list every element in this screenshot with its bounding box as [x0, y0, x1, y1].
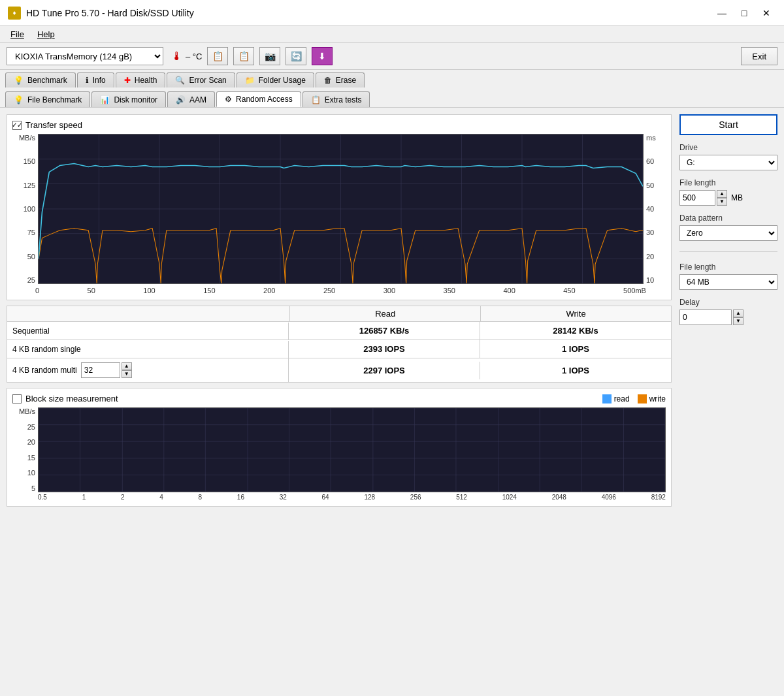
- file-length-spinner: ▲ ▼ MB: [679, 190, 777, 206]
- temperature-display: 🌡 – °C: [171, 50, 202, 63]
- delay-buttons: ▲ ▼: [733, 309, 743, 325]
- maximize-button[interactable]: □: [734, 5, 754, 21]
- delay-up[interactable]: ▲: [733, 309, 743, 317]
- bx-2048: 2048: [552, 494, 566, 501]
- filebenchmark-icon: 💡: [14, 95, 24, 104]
- y-right-10: 10: [646, 276, 666, 284]
- bx-128: 128: [364, 494, 375, 501]
- results-4kb-single-write: 1 IOPS: [480, 340, 671, 358]
- file-length-section: File length ▲ ▼ MB: [679, 178, 777, 206]
- tab-benchmark[interactable]: 💡 Benchmark: [5, 72, 76, 87]
- tab-errorscan[interactable]: 🔍 Error Scan: [167, 72, 235, 87]
- results-sequential-read: 126857 KB/s: [289, 322, 480, 340]
- transfer-speed-label: Transfer speed: [25, 120, 82, 130]
- tab-erase[interactable]: 🗑 Erase: [316, 72, 365, 87]
- block-y-15: 15: [12, 454, 35, 462]
- delay-label: Delay: [679, 298, 777, 307]
- bx-1: 1: [82, 494, 86, 501]
- multi-spinner-input[interactable]: [81, 362, 120, 378]
- bx-8: 8: [199, 494, 203, 501]
- tab-aam-label: AAM: [189, 95, 206, 104]
- tab-container: 💡 Benchmark ℹ Info ✚ Health 🔍 Error Scan…: [0, 70, 784, 108]
- extratests-icon: 📋: [311, 95, 321, 104]
- results-4kb-multi-read: 2297 IOPS: [289, 362, 480, 379]
- y-left-25: 25: [12, 276, 35, 284]
- bx-0.5: 0.5: [38, 494, 47, 501]
- results-4kb-single-read: 2393 IOPS: [289, 340, 480, 358]
- results-4kb-single-row: 4 KB random single 2393 IOPS 1 IOPS: [7, 340, 671, 358]
- tab-folderusage[interactable]: 📁 Folder Usage: [237, 72, 314, 87]
- exit-button[interactable]: Exit: [741, 47, 777, 65]
- tab-randomaccess[interactable]: ⚙ Random Access: [216, 91, 301, 107]
- copy-btn-2[interactable]: 📋: [233, 47, 254, 65]
- temperature-value: – °C: [186, 52, 202, 61]
- drive-dropdown[interactable]: KIOXIA TransMemory (124 gB): [7, 47, 163, 65]
- minimize-button[interactable]: —: [712, 5, 732, 21]
- x-label-50: 50: [88, 287, 95, 294]
- tab-row-1: 💡 Benchmark ℹ Info ✚ Health 🔍 Error Scan…: [5, 70, 779, 87]
- x-label-400: 400: [503, 287, 515, 294]
- legend-read-label: read: [614, 394, 630, 403]
- y-left-50: 50: [12, 253, 35, 261]
- transfer-speed-checkbox[interactable]: ✓: [12, 121, 22, 130]
- right-panel: Start Drive G: File length ▲ ▼ MB Data p…: [679, 114, 777, 507]
- x-label-150: 150: [203, 287, 215, 294]
- drive-label: Drive: [679, 143, 777, 152]
- camera-btn[interactable]: 📷: [259, 47, 280, 65]
- delay-down[interactable]: ▼: [733, 317, 743, 325]
- y-left-150: 150: [12, 157, 35, 165]
- file-length-dropdown-2[interactable]: 64 MB: [679, 274, 777, 290]
- results-header-row: Read Write: [7, 306, 671, 322]
- drive-letter-dropdown[interactable]: G:: [679, 155, 777, 170]
- delay-input[interactable]: [679, 309, 732, 325]
- tab-folderusage-label: Folder Usage: [259, 76, 306, 85]
- file-length-input[interactable]: [679, 190, 715, 206]
- download-btn[interactable]: ⬇: [312, 47, 333, 65]
- file-length-up[interactable]: ▲: [717, 190, 727, 198]
- y-left-label-mbs: MB/s: [12, 134, 35, 142]
- delay-spinner: ▲ ▼: [679, 309, 777, 325]
- main-content: ✓ Transfer speed MB/s 150 125 100 75 50 …: [0, 108, 784, 513]
- delay-section: Delay ▲ ▼: [679, 298, 777, 325]
- block-y-10: 10: [12, 469, 35, 477]
- x-label-300: 300: [384, 287, 395, 294]
- thermometer-icon: 🌡: [171, 50, 183, 63]
- multi-spinner-down[interactable]: ▼: [122, 370, 132, 378]
- help-menu[interactable]: Help: [32, 27, 60, 41]
- tab-extratests[interactable]: 📋 Extra tests: [302, 91, 370, 107]
- y-left-125: 125: [12, 182, 35, 189]
- tab-info[interactable]: ℹ Info: [77, 72, 114, 87]
- file-length-down[interactable]: ▼: [717, 198, 727, 206]
- tab-diskmonitor[interactable]: 📊 Disk monitor: [91, 91, 166, 107]
- drive-section: Drive G:: [679, 143, 777, 170]
- tab-health[interactable]: ✚ Health: [116, 72, 166, 87]
- transfer-chart-area: [38, 134, 644, 284]
- tab-errorscan-label: Error Scan: [189, 76, 226, 85]
- erase-icon: 🗑: [324, 76, 332, 85]
- refresh-btn[interactable]: 🔄: [286, 47, 306, 65]
- transfer-chart-outer: MB/s 150 125 100 75 50 25: [12, 134, 666, 284]
- bx-4096: 4096: [602, 494, 616, 501]
- close-button[interactable]: ✕: [757, 5, 776, 21]
- tab-health-label: Health: [135, 76, 157, 85]
- legend-read-color: [602, 394, 612, 403]
- y-axis-left: MB/s 150 125 100 75 50 25: [12, 134, 35, 284]
- block-size-checkbox[interactable]: [12, 394, 22, 403]
- tab-aam[interactable]: 🔊 AAM: [167, 91, 215, 107]
- file-length-unit: MB: [731, 193, 743, 202]
- multi-spinner-up[interactable]: ▲: [122, 362, 132, 370]
- file-menu[interactable]: File: [5, 27, 29, 41]
- results-4kb-single-label: 4 KB random single: [7, 341, 289, 358]
- legend-write: write: [638, 394, 666, 403]
- data-pattern-dropdown[interactable]: Zero: [679, 225, 777, 241]
- block-chart-area: [38, 407, 666, 492]
- file-length-label-2: File length: [679, 262, 777, 272]
- copy-btn-1[interactable]: 📋: [207, 47, 228, 65]
- left-panel: ✓ Transfer speed MB/s 150 125 100 75 50 …: [7, 114, 672, 507]
- menu-bar: File Help: [0, 26, 784, 43]
- tab-filebenchmark[interactable]: 💡 File Benchmark: [5, 91, 90, 107]
- tab-row-2: 💡 File Benchmark 📊 Disk monitor 🔊 AAM ⚙ …: [5, 89, 779, 107]
- y-left-75: 75: [12, 229, 35, 236]
- start-button[interactable]: Start: [679, 114, 777, 135]
- randomaccess-icon: ⚙: [225, 95, 232, 104]
